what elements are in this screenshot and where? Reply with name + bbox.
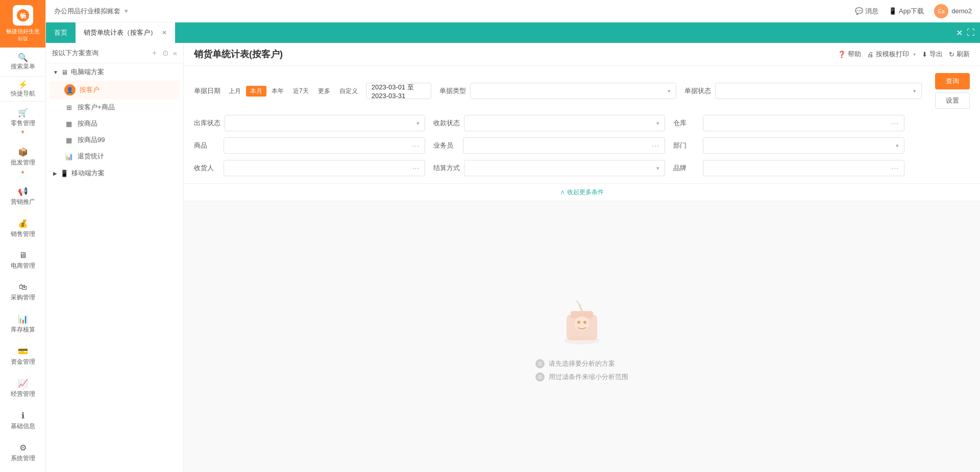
filter-brand: 品牌 ··· [673,160,904,176]
wholesale-arrow: ▲ [20,169,26,174]
tab-expand-icon[interactable]: ⛶ [967,28,975,37]
filter-row-2: 出库状态 ▾ 收款状态 ▾ 仓库 [194,115,970,131]
department-input[interactable]: ▾ [703,137,904,154]
sidebar-item-wholesale[interactable]: 📦 批发管理 ▲ [0,141,45,180]
tab-close-icon[interactable]: ✕ [162,29,167,36]
template-print-btn[interactable]: 🖨 按模板打印 ▾ [867,50,916,59]
date-tab-last-month[interactable]: 上月 [225,86,245,97]
scheme-item-return-stats[interactable]: 📊 退货统计 [50,148,179,164]
settings-button[interactable]: 设置 [935,92,970,109]
left-panel-title: 按以下方案查询 [52,49,99,58]
filter-department: 部门 ▾ [673,137,904,154]
by-customer-active-icon: 👤 [64,84,76,96]
salesperson-input[interactable]: ··· [463,137,665,154]
date-tab-this-year[interactable]: 本年 [267,86,288,97]
sidebar-item-ecommerce[interactable]: 🖥 电商管理 [0,245,45,276]
template-print-label: 按模板打印 [876,50,909,59]
tab-close-window-icon[interactable]: ✕ [956,28,963,38]
inventory-label: 库存核算 [11,325,35,334]
right-panel: 销货单统计表(按客户) ❓ 帮助 🖨 按模板打印 ▾ ⬇ 导出 [184,43,980,472]
return-stats-label: 退货统计 [78,152,104,161]
help-btn[interactable]: ❓ 帮助 [838,50,861,59]
search-menu-item[interactable]: 🔍 搜索菜单 [0,48,45,77]
date-tab-this-month[interactable]: 本月 [246,86,266,97]
receiver-dots: ··· [412,164,420,172]
add-scheme-icon[interactable]: ＋ [151,48,158,58]
scheme-item-by-goods-99[interactable]: ▦ 按商品99 [50,132,179,148]
sales-icon: 💰 [18,219,28,228]
payment-status-input[interactable]: ▾ [464,115,665,131]
settlement-arrow: ▾ [656,165,659,172]
date-tab-7-days[interactable]: 近7天 [289,86,313,97]
scheme-item-by-goods[interactable]: ▦ 按商品 [50,115,179,132]
desktop-group-icon: 🖥 [61,68,68,76]
ship-status-input[interactable]: ▾ [225,115,425,131]
scheme-item-by-customer-goods[interactable]: ⊞ 按客户+商品 [50,99,179,115]
date-tab-more[interactable]: 更多 [314,86,334,97]
sidebar-item-marketing[interactable]: 📢 营销推广 [0,180,45,213]
sidebar-item-inventory[interactable]: 📊 库存核算 [0,308,45,340]
user-info[interactable]: Ea demo2 [934,4,972,18]
collapse-bar[interactable]: ∧ 收起更多条件 [184,184,980,201]
date-tab-custom[interactable]: 自定义 [335,86,362,97]
message-btn[interactable]: 💬 消息 [855,7,878,16]
tab-report[interactable]: 销货单统计表（按客户） ✕ [76,22,175,43]
sidebar-item-finance[interactable]: 💳 资金管理 [0,340,45,372]
collapse-panel-icon[interactable]: « [173,49,177,57]
scheme-item-by-customer[interactable]: 👤 按客户 [50,81,179,99]
help-icon: ❓ [838,51,846,58]
svg-point-7 [583,321,586,324]
svg-line-9 [577,301,579,304]
sidebar-item-basic[interactable]: ℹ 基础信息 [0,405,45,437]
quick-nav-item[interactable]: ⚡ 快捷导航 [0,77,45,102]
operations-icon: 📈 [18,379,28,388]
warehouse-input[interactable]: ··· [703,115,904,131]
export-icon: ⬇ [922,51,927,58]
app-name: 畅捷信好生意 [6,28,40,35]
settings-scheme-icon[interactable]: ⊙ [162,49,169,58]
sidebar-item-enterprise[interactable]: 🤝 企业协同 [0,469,45,472]
brand-input[interactable]: ··· [703,160,904,176]
app-download-btn[interactable]: 📱 App下载 [889,7,924,16]
tip-num-1: ① [535,359,545,368]
settlement-input[interactable]: ▾ [464,160,665,176]
filter-warehouse: 仓库 ··· [673,115,904,131]
scheme-group-desktop-header[interactable]: ▼ 🖥 电脑端方案 [50,63,179,81]
sidebar-item-operations[interactable]: 📈 经营管理 [0,372,45,405]
wholesale-icon: 📦 [18,147,28,157]
type-input[interactable]: ▾ [470,83,677,99]
sidebar-item-retail[interactable]: 🛒 零售管理 ▼ [0,102,45,141]
department-arrow: ▾ [896,143,899,149]
goods-input[interactable]: ··· [224,137,425,154]
refresh-btn[interactable]: ↻ 刷新 [949,50,970,59]
date-range-input[interactable]: 2023-03-01 至 2023-03-31 [366,83,431,99]
search-menu-label: 搜索菜单 [11,63,35,70]
receiver-input[interactable]: ··· [224,160,425,176]
tip-text-2: 用过滤条件来缩小分析范围 [549,372,628,382]
sidebar-item-sales[interactable]: 💰 销售管理 [0,213,45,245]
username: demo2 [951,7,972,15]
payment-status-label: 收款状态 [433,119,460,128]
breadcrumb-arrow: ▾ [125,7,128,15]
sidebar-item-system[interactable]: ⚙ 系统管理 [0,437,45,469]
purchase-icon: 🛍 [19,282,27,292]
sidebar-item-purchase[interactable]: 🛍 采购管理 [0,276,45,308]
status-input[interactable]: ▾ [715,83,922,99]
export-btn[interactable]: ⬇ 导出 [922,50,943,59]
ship-status-arrow: ▾ [416,120,420,127]
message-icon: 💬 [855,7,863,15]
scheme-group-mobile-header[interactable]: ▶ 📱 移动端方案 [50,164,179,182]
empty-tips: ① 请先选择要分析的方案 ② 用过滤条件来缩小分析范围 [535,359,628,382]
svg-text:畅: 畅 [20,12,26,19]
salesperson-dots: ··· [652,141,659,150]
basic-label: 基础信息 [11,422,35,431]
filter-payment-status: 收款状态 ▾ [433,115,665,131]
tab-home[interactable]: 首页 [46,22,76,43]
query-button[interactable]: 查询 [935,73,970,89]
type-arrow: ▾ [668,88,671,95]
app-download-label: App下载 [899,7,924,16]
warehouse-label: 仓库 [673,119,699,128]
svg-point-6 [577,321,580,324]
scheme-group-desktop: ▼ 🖥 电脑端方案 👤 按客户 ⊞ 按客户+商品 ▦ 按商品 [46,63,183,164]
top-bar-left: 办公用品行业模拟账套 ▾ [54,7,128,16]
